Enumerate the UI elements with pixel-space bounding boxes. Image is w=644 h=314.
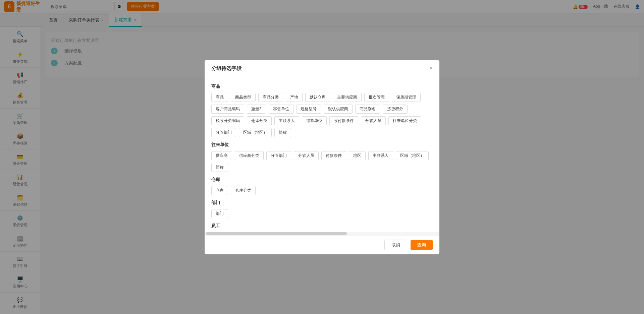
dept-fields: 部门 xyxy=(211,209,433,218)
modal-close-button[interactable]: × xyxy=(430,65,433,71)
field-tag-1-5[interactable]: 地区 xyxy=(349,151,366,160)
field-tag-0-19[interactable]: 收付款条件 xyxy=(329,116,358,125)
field-tag-1-3[interactable]: 分管人员 xyxy=(294,151,319,160)
group-title-staff: 员工 xyxy=(211,223,433,229)
confirm-button[interactable]: 查询 xyxy=(411,240,433,250)
hscroll-thumb xyxy=(206,232,347,235)
modal-overlay: 分组待选字段 × 商品 商品商品类型商品分类产地默认仓库主要供应商批次管理保质期… xyxy=(0,0,644,314)
warehouse-fields: 仓库仓库分类 xyxy=(211,186,433,195)
field-tag-1-7[interactable]: 区域（地区） xyxy=(396,151,429,160)
field-tag-1-8[interactable]: 简称 xyxy=(211,163,228,172)
field-tag-2-1[interactable]: 仓库分类 xyxy=(231,186,256,195)
group-title-dept: 部门 xyxy=(211,200,433,206)
field-tag-0-0[interactable]: 商品 xyxy=(211,93,228,102)
field-tag-0-8[interactable]: 客户商品编码 xyxy=(211,105,244,114)
field-tag-3-0[interactable]: 部门 xyxy=(211,209,228,218)
modal-header: 分组待选字段 × xyxy=(205,60,439,76)
field-tag-0-11[interactable]: 规格型号 xyxy=(296,105,321,114)
field-tag-0-5[interactable]: 主要供应商 xyxy=(333,93,362,102)
field-tag-0-17[interactable]: 主联系人 xyxy=(274,116,299,125)
modal: 分组待选字段 × 商品 商品商品类型商品分类产地默认仓库主要供应商批次管理保质期… xyxy=(205,60,439,254)
field-tag-0-1[interactable]: 商品类型 xyxy=(231,93,256,102)
field-tag-0-7[interactable]: 保质期管理 xyxy=(392,93,421,102)
field-tag-1-4[interactable]: 付款条件 xyxy=(321,151,346,160)
field-tag-0-15[interactable]: 税收分类编码 xyxy=(211,116,244,125)
modal-body: 商品 商品商品类型商品分类产地默认仓库主要供应商批次管理保质期管理客户商品编码重… xyxy=(205,76,439,232)
group-title-partner: 往来单位 xyxy=(211,142,433,148)
field-tag-0-10[interactable]: 零售单位 xyxy=(269,105,293,114)
field-tag-1-1[interactable]: 供应商分类 xyxy=(235,151,264,160)
field-tag-0-16[interactable]: 仓库分类 xyxy=(247,116,272,125)
field-tag-1-2[interactable]: 分管部门 xyxy=(266,151,291,160)
field-tag-0-14[interactable]: 拣货积分 xyxy=(383,105,408,114)
field-tag-0-23[interactable]: 区域（地区） xyxy=(239,128,272,137)
field-tag-0-21[interactable]: 往来单位分类 xyxy=(388,116,421,125)
product-fields: 商品商品类型商品分类产地默认仓库主要供应商批次管理保质期管理客户商品编码重量3零… xyxy=(211,93,433,137)
partner-fields: 供应商供应商分类分管部门分管人员付款条件地区主联系人区域（地区）简称 xyxy=(211,151,433,172)
field-tag-0-3[interactable]: 产地 xyxy=(286,93,303,102)
horizontal-scrollbar[interactable] xyxy=(205,232,439,235)
field-tag-0-2[interactable]: 商品分类 xyxy=(258,93,283,102)
group-title-warehouse: 仓库 xyxy=(211,177,433,183)
modal-title: 分组待选字段 xyxy=(211,65,241,72)
group-title-product: 商品 xyxy=(211,83,433,89)
cancel-button[interactable]: 取消 xyxy=(384,240,407,250)
field-tag-0-6[interactable]: 批次管理 xyxy=(364,93,389,102)
field-tag-0-13[interactable]: 商品别名 xyxy=(355,105,380,114)
field-tag-0-9[interactable]: 重量3 xyxy=(247,105,266,114)
field-tag-1-0[interactable]: 供应商 xyxy=(211,151,232,160)
field-tag-2-0[interactable]: 仓库 xyxy=(211,186,228,195)
field-tag-0-12[interactable]: 默认供应商 xyxy=(324,105,353,114)
field-tag-1-6[interactable]: 主联系人 xyxy=(368,151,393,160)
field-tag-0-24[interactable]: 简称 xyxy=(274,128,291,137)
modal-footer: 取消 查询 xyxy=(205,235,439,254)
field-tag-0-20[interactable]: 分管人员 xyxy=(361,116,386,125)
field-tag-0-4[interactable]: 默认仓库 xyxy=(305,93,330,102)
field-tag-0-22[interactable]: 分管部门 xyxy=(211,128,236,137)
field-tag-0-18[interactable]: 结算单位 xyxy=(302,116,327,125)
